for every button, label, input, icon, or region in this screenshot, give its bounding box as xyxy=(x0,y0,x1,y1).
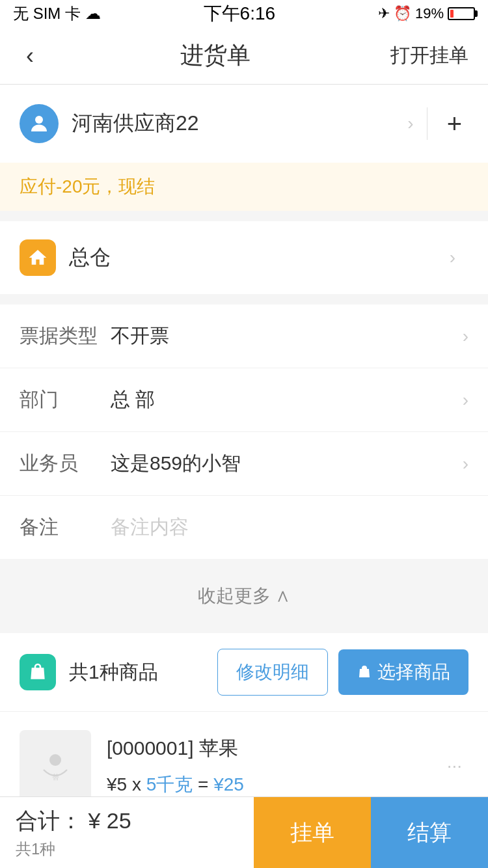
hang-order-button[interactable]: 挂单 xyxy=(254,797,371,868)
status-left: 无 SIM 卡 ☁ xyxy=(13,3,101,24)
warehouse-icon xyxy=(20,239,56,276)
equals-sign: = xyxy=(198,774,213,794)
battery-percent: 19% xyxy=(415,5,444,22)
checkout-button[interactable]: 结算 xyxy=(371,797,488,868)
product-name: [0000001] 苹果 xyxy=(107,735,441,762)
department-label: 部门 xyxy=(20,387,98,413)
chevron-right-icon: › xyxy=(407,113,413,134)
supplier-avatar xyxy=(20,104,59,143)
chevron-right-icon: › xyxy=(450,247,455,268)
quantity-value: 5千克 xyxy=(146,774,193,794)
salesperson-row[interactable]: 业务员 这是859的小智 › xyxy=(0,432,488,496)
divider xyxy=(427,107,427,140)
notice-bar: 应付-20元，现结 xyxy=(0,163,488,211)
remark-label: 备注 xyxy=(20,514,98,541)
open-pending-button[interactable]: 打开挂单 xyxy=(390,42,468,69)
sim-status: 无 SIM 卡 ☁ xyxy=(13,3,101,24)
department-row[interactable]: 部门 总 部 › xyxy=(0,368,488,432)
invoice-type-label: 票据类型 xyxy=(20,323,98,349)
add-product-icon xyxy=(357,664,372,680)
warehouse-name: 总仓 xyxy=(69,243,450,272)
remark-row[interactable]: 备注 备注内容 xyxy=(0,496,488,559)
invoice-type-value: 不开票 xyxy=(98,323,463,349)
battery-icon xyxy=(448,7,475,20)
status-time: 下午6:16 xyxy=(204,1,276,26)
total-amount: 合计： ¥ 25 xyxy=(16,806,238,836)
product-info: [0000001] 苹果 ¥5 x 5千克 = ¥25 xyxy=(107,735,441,797)
alarm-icon: ⏰ xyxy=(394,5,411,22)
price-value: ¥5 x xyxy=(107,774,146,794)
bottom-bar: 合计： ¥ 25 共1种 挂单 结算 xyxy=(0,796,488,868)
page-title: 进货单 xyxy=(180,40,251,72)
person-icon xyxy=(27,112,51,135)
collapse-label: 收起更多 ∧ xyxy=(198,586,291,606)
chevron-right-icon: › xyxy=(463,390,468,411)
home-icon xyxy=(27,247,48,268)
total-label: 合计： xyxy=(16,808,82,833)
select-product-button[interactable]: 选择商品 xyxy=(338,649,468,695)
chevron-right-icon: › xyxy=(463,454,468,474)
product-count-icon xyxy=(20,654,56,690)
chevron-right-icon: › xyxy=(463,326,468,347)
salesperson-value: 这是859的小智 xyxy=(98,450,463,477)
product-placeholder-icon: 替 xyxy=(36,746,75,785)
remark-input[interactable]: 备注内容 xyxy=(98,514,468,541)
total-sub: 共1种 xyxy=(16,839,238,860)
supplier-section: 河南供应商22 › + xyxy=(0,85,488,163)
department-value: 总 部 xyxy=(98,387,463,413)
status-right: ✈ ⏰ 19% xyxy=(378,5,475,22)
warehouse-row[interactable]: 总仓 › xyxy=(0,221,488,294)
shopping-bag-icon xyxy=(27,662,48,683)
product-price: ¥5 x 5千克 = ¥25 xyxy=(107,772,441,797)
total-section: 合计： ¥ 25 共1种 xyxy=(0,797,254,868)
product-section: 共1种商品 修改明细 选择商品 替 xyxy=(0,633,488,820)
product-count-text: 共1种商品 xyxy=(69,659,217,686)
status-bar: 无 SIM 卡 ☁ 下午6:16 ✈ ⏰ 19% xyxy=(0,0,488,27)
content-area: 河南供应商22 › + 应付-20元，现结 总仓 › 票据类型 不开票 › 部门… xyxy=(0,85,488,868)
location-icon: ✈ xyxy=(378,5,390,22)
supplier-row[interactable]: 河南供应商22 › + xyxy=(0,85,488,163)
edit-detail-button[interactable]: 修改明细 xyxy=(217,649,328,696)
nav-bar: ‹ 进货单 打开挂单 xyxy=(0,27,488,85)
svg-point-0 xyxy=(35,116,43,124)
salesperson-label: 业务员 xyxy=(20,450,98,477)
svg-text:替: 替 xyxy=(52,773,59,781)
product-thumbnail: 替 xyxy=(20,730,91,802)
supplier-name: 河南供应商22 xyxy=(72,109,407,138)
collapse-bar[interactable]: 收起更多 ∧ xyxy=(0,569,488,623)
back-button[interactable]: ‹ xyxy=(20,36,40,76)
svg-point-3 xyxy=(49,754,61,766)
form-section: 票据类型 不开票 › 部门 总 部 › 业务员 这是859的小智 › 备注 备注… xyxy=(0,305,488,559)
product-code: [0000001] 苹果 xyxy=(107,737,238,759)
product-header: 共1种商品 修改明细 选择商品 xyxy=(0,633,488,711)
total-value: ¥ 25 xyxy=(88,808,131,833)
product-more-button[interactable]: ··· xyxy=(441,749,468,783)
invoice-type-row[interactable]: 票据类型 不开票 › xyxy=(0,305,488,368)
select-product-label: 选择商品 xyxy=(377,660,450,685)
total-value: ¥25 xyxy=(213,774,244,794)
add-supplier-button[interactable]: + xyxy=(441,109,468,139)
notice-text: 应付-20元，现结 xyxy=(20,176,155,197)
